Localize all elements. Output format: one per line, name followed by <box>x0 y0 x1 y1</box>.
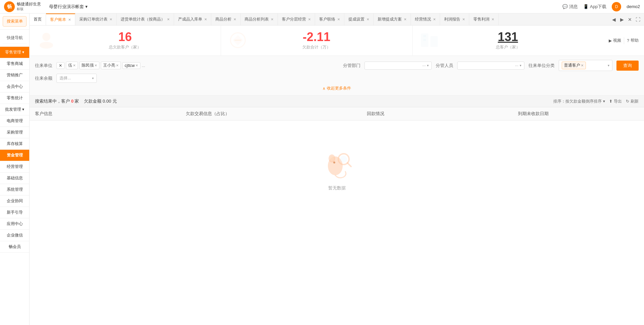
unit-tag-chen-label: 陈民强 <box>82 63 94 68</box>
tab-retail-profit[interactable]: 零售利润 ✕ <box>469 13 499 26</box>
tab-purchase-order-stats[interactable]: 采购订单统计表 ✕ <box>75 13 117 26</box>
unit-tag-wu-close[interactable]: ✕ <box>73 64 76 67</box>
export-button[interactable]: ⬆ 导出 <box>609 99 622 104</box>
person-chevron-icon: ▾ <box>520 64 521 67</box>
unit-tag-wang[interactable]: 王小亮 ✕ <box>101 62 121 69</box>
tab-customer-ledger-close[interactable]: ✕ <box>68 18 71 22</box>
tab-goods-analysis-close[interactable]: ✕ <box>233 17 236 21</box>
sidebar-item-wechat[interactable]: 企业微信 <box>0 230 29 241</box>
divider-1 <box>624 37 624 44</box>
avatar[interactable]: D <box>612 2 621 11</box>
tabs-actions: ◀ ▶ ✕ ⛶ <box>608 16 644 23</box>
tabs-prev-button[interactable]: ◀ <box>610 16 617 23</box>
refresh-button[interactable]: ↻ 刷新 <box>626 99 639 104</box>
video-button[interactable]: ▶ 视频 <box>609 38 621 43</box>
tab-new-commission-close[interactable]: ✕ <box>404 17 406 21</box>
sidebar-item-vip[interactable]: 畅会员 <box>0 241 29 253</box>
unit-tag-chen-close[interactable]: ✕ <box>94 64 97 67</box>
tab-operation[interactable]: 经营情况 ✕ <box>411 13 440 26</box>
sidebar-item-marketing[interactable]: 营销推广 <box>0 70 29 81</box>
unit-tag-wang-close[interactable]: ✕ <box>116 64 119 67</box>
category-tag-normal-close[interactable]: ✕ <box>581 64 584 67</box>
sidebar-item-ecommerce[interactable]: 电商管理 <box>0 115 29 127</box>
tab-profit-report[interactable]: 利润报告 ✕ <box>440 13 469 26</box>
tabs-fullscreen-button[interactable]: ⛶ <box>635 16 641 23</box>
company-selector[interactable]: 母婴行业演示帐套 ▾ <box>49 4 88 10</box>
unit-tag-wu[interactable]: 伍 ✕ <box>66 62 78 69</box>
help-icon: ? <box>627 38 629 43</box>
tab-product-inbound[interactable]: 产成品入库单 ✕ <box>174 13 211 26</box>
sidebar-item-retail-mall[interactable]: 零售商城 <box>0 58 29 70</box>
unit-tags-more[interactable]: ... <box>142 63 145 68</box>
empty-icon <box>320 147 354 181</box>
tab-goods-analysis[interactable]: 商品分析 ✕ <box>211 13 241 26</box>
collapse-filters-button[interactable]: ∧ 收起更多条件 <box>35 85 639 91</box>
tab-goods-stats-close[interactable]: ✕ <box>167 17 170 21</box>
unit-tag-chen[interactable]: 陈民强 ✕ <box>79 62 99 69</box>
stat-value-debt: -2.11 <box>302 31 331 43</box>
tab-operation-close[interactable]: ✕ <box>433 17 436 21</box>
tab-purchase-order-stats-label: 采购订单统计表 <box>79 16 108 22</box>
tab-customer-contact[interactable]: 客户联络 ✕ <box>315 13 344 26</box>
stat-icon-all-customers <box>419 30 439 51</box>
tab-commission-settings[interactable]: 提成设置 ✕ <box>344 13 374 26</box>
person-select[interactable]: ··· ▾ <box>457 62 524 70</box>
sidebar-item-inventory[interactable]: 库存核算 <box>0 138 29 150</box>
sort-label: 排序：按欠款金额倒序排序 <box>553 99 602 104</box>
search-menu-button[interactable]: 搜索菜单 <box>3 16 27 27</box>
unit-tag-cjttcw[interactable]: cjttcw ✕ <box>122 62 140 69</box>
results-info: 搜索结果中，客户 0 家 欠款金额 0.00 元 <box>35 98 117 104</box>
unit-label: 往来单位 <box>35 63 52 69</box>
sort-select[interactable]: 排序：按欠款金额倒序排序 ▾ <box>553 99 605 104</box>
sidebar-item-member[interactable]: 会员中心 <box>0 81 29 93</box>
tab-purchase-order-stats-close[interactable]: ✕ <box>110 17 112 21</box>
sidebar-item-basic-info[interactable]: 基础信息 <box>0 173 29 184</box>
sidebar-item-system[interactable]: 系统管理 <box>0 184 29 195</box>
app-download-button[interactable]: 📱 App下载 <box>583 4 606 10</box>
tabs-close-all-button[interactable]: ✕ <box>627 16 633 23</box>
sidebar-item-finance[interactable]: 资金管理 <box>0 150 29 161</box>
balance-select[interactable]: 选择... ▾ <box>56 74 97 83</box>
tab-goods-analysis-label: 商品分析 <box>215 16 231 22</box>
svg-line-15 <box>347 163 351 167</box>
sidebar-item-enterprise[interactable]: 企业协同 <box>0 195 29 207</box>
tab-customer-tier-close[interactable]: ✕ <box>308 17 311 21</box>
stat-content-all-customers: 131 总客户（家） <box>496 31 520 50</box>
tab-customer-contact-close[interactable]: ✕ <box>337 17 340 21</box>
tab-goods-stats[interactable]: 进货单统计表（按商品） ✕ <box>117 13 174 26</box>
help-button[interactable]: ? 帮助 <box>627 38 639 43</box>
person-label: 分管人员 <box>436 63 453 69</box>
search-button[interactable]: 查询 <box>616 61 639 71</box>
tab-home[interactable]: 首页 <box>30 13 46 26</box>
stat-total-debt: -2.11 欠款合计（万） <box>221 26 413 56</box>
tab-customer-tier[interactable]: 客户分层经营 ✕ <box>278 13 315 26</box>
tab-new-commission[interactable]: 新增提成方案 ✕ <box>374 13 411 26</box>
app-download-label: App下载 <box>590 4 606 10</box>
dept-select[interactable]: ··· ▾ <box>364 62 432 70</box>
sidebar-item-guide[interactable]: 新手引导 <box>0 207 29 218</box>
tab-goods-analysis-list[interactable]: 商品分析列表 ✕ <box>241 13 278 26</box>
tab-profit-report-close[interactable]: ✕ <box>462 17 465 21</box>
tab-product-inbound-close[interactable]: ✕ <box>204 17 207 21</box>
sidebar-item-app-center[interactable]: 应用中心 <box>0 218 29 230</box>
svg-point-1 <box>40 42 53 48</box>
sidebar-item-retail-stats[interactable]: 零售统计 <box>0 93 29 104</box>
category-tag-normal[interactable]: 普通客户 ✕ <box>562 62 586 69</box>
sidebar-item-purchase[interactable]: 采购管理 <box>0 127 29 138</box>
results-debt-value: 0.00 <box>103 99 111 104</box>
tab-commission-settings-close[interactable]: ✕ <box>367 17 369 21</box>
tab-customer-ledger[interactable]: 客户账本 ✕ <box>46 13 75 26</box>
tab-retail-profit-close[interactable]: ✕ <box>491 17 494 21</box>
sidebar-item-wholesale[interactable]: 批发管理 ▾ <box>0 104 29 115</box>
tabs-next-button[interactable]: ▶ <box>618 16 625 23</box>
unit-tag-cjttcw-close[interactable]: ✕ <box>135 64 138 67</box>
sidebar-item-operation[interactable]: 经营管理 <box>0 161 29 173</box>
tab-goods-analysis-list-close[interactable]: ✕ <box>271 17 273 21</box>
sidebar-item-retail-management[interactable]: 零售管理 ▾ <box>0 47 29 58</box>
stat-content-customers: 16 总欠款客户（家） <box>109 31 141 50</box>
tab-operation-label: 经营情况 <box>415 16 431 22</box>
quick-nav-button[interactable]: 快捷导航 <box>3 32 27 44</box>
svg-point-12 <box>333 161 335 164</box>
messages-button[interactable]: 💬 消息 <box>562 4 578 10</box>
category-select[interactable]: 普通客户 ✕ ▾ <box>559 60 612 71</box>
